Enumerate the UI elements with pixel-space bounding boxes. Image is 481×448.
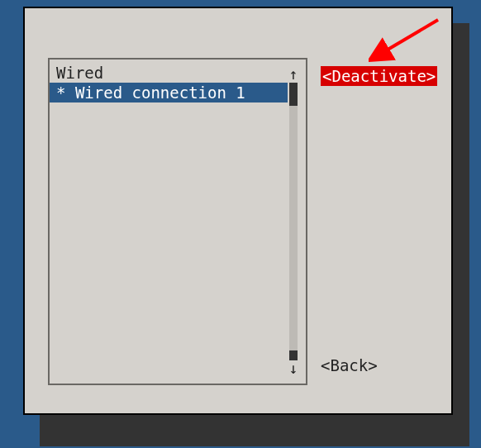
scroll-thumb-bottom[interactable]: [289, 350, 298, 360]
back-button[interactable]: <Back>: [321, 355, 378, 375]
scroll-down-icon[interactable]: ↓: [289, 360, 298, 377]
connection-name: Wired connection 1: [75, 83, 245, 102]
connection-category-wired: Wired: [50, 63, 283, 83]
scroll-up-icon[interactable]: ↑: [289, 66, 298, 83]
active-marker: *: [56, 83, 75, 102]
network-manager-dialog: Wired * Wired connection 1 ↑ ↓ <Deactiva…: [23, 7, 453, 415]
connection-list-frame: Wired * Wired connection 1 ↑ ↓: [48, 58, 307, 385]
connection-item-selected[interactable]: * Wired connection 1: [50, 83, 288, 102]
deactivate-button[interactable]: <Deactivate>: [321, 66, 437, 86]
connection-list[interactable]: Wired * Wired connection 1: [50, 60, 283, 384]
list-scrollbar[interactable]: ↑ ↓: [288, 66, 299, 377]
scroll-thumb[interactable]: [289, 83, 298, 106]
scroll-track[interactable]: [289, 83, 298, 360]
